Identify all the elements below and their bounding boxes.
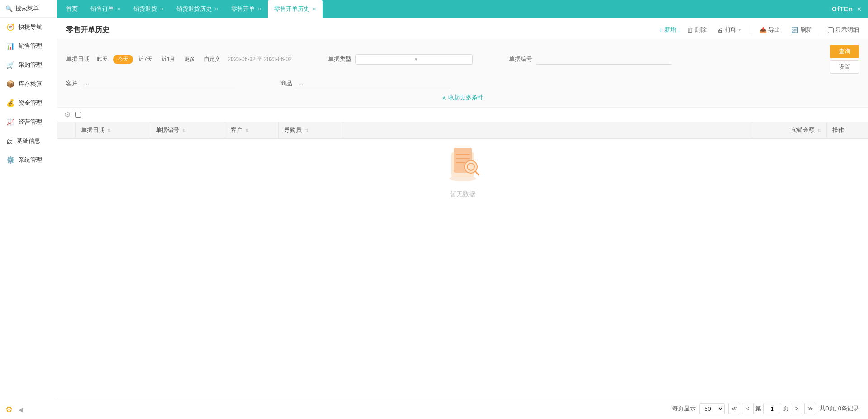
- sidebar-label-basic-info: 基础信息: [17, 137, 40, 145]
- export-button[interactable]: 📤 导出: [757, 24, 783, 35]
- sort-date-icon: ⇅: [107, 128, 111, 133]
- customer-input[interactable]: [81, 78, 235, 89]
- close-window-icon[interactable]: ✕: [857, 6, 862, 13]
- nav-tab-sales-return-history[interactable]: 销货退货历史✕: [170, 0, 225, 18]
- sidebar-item-sales-mgmt[interactable]: 📊销售管理: [0, 37, 57, 56]
- th-amount[interactable]: 实销金额 ⇅: [752, 122, 827, 139]
- sidebar-menu: 🧭快捷导航📊销售管理🛒采购管理📦库存核算💰资金管理📈经营管理🗂基础信息⚙️系统管…: [0, 18, 57, 400]
- show-detail-checkbox[interactable]: 显示明细: [828, 26, 859, 34]
- sidebar-item-operations[interactable]: 📈经营管理: [0, 113, 57, 132]
- sidebar-label-purchase-mgmt: 采购管理: [19, 61, 42, 69]
- nav-tab-close-retail-open-history[interactable]: ✕: [312, 6, 316, 12]
- th-guide[interactable]: 导购员 ⇅: [279, 122, 343, 139]
- search-menu-btn[interactable]: 🔍 搜索菜单: [0, 0, 57, 18]
- sidebar-item-quick-nav[interactable]: 🧭快捷导航: [0, 18, 57, 37]
- export-label: 导出: [768, 26, 780, 34]
- filter-type: 单据类型 ▾: [328, 54, 473, 65]
- next-page-btn[interactable]: >: [791, 403, 802, 414]
- table-head: 单据日期 ⇅ 单据编号 ⇅ 客户 ⇅ 导购员 ⇅ 实销金额 ⇅ 操作: [57, 122, 868, 139]
- delete-button[interactable]: 🗑 删除: [684, 24, 709, 35]
- content-area: 零售开单历史 + 新增 🗑 删除 🖨 打印 ▾ 📤 导出: [57, 18, 868, 419]
- sidebar-icon-system: ⚙️: [6, 156, 15, 164]
- nav-tab-retail-open[interactable]: 零售开单✕: [225, 0, 268, 18]
- collapse-btn[interactable]: ∧ 收起更多条件: [66, 94, 859, 102]
- empty-illustration: [440, 139, 485, 184]
- sidebar-icon-operations: 📈: [6, 118, 15, 126]
- show-detail-label: 显示明细: [835, 26, 859, 34]
- number-label: 单据编号: [509, 55, 532, 63]
- sidebar-item-basic-info[interactable]: 🗂基础信息: [0, 132, 57, 151]
- th-number[interactable]: 单据编号 ⇅: [150, 122, 225, 139]
- th-customer[interactable]: 客户 ⇅: [225, 122, 279, 139]
- number-input[interactable]: [536, 54, 672, 65]
- sidebar-item-system[interactable]: ⚙️系统管理: [0, 151, 57, 169]
- type-label: 单据类型: [328, 55, 351, 63]
- goods-label: 商品: [280, 80, 292, 88]
- collapse-sidebar-icon[interactable]: ◀: [18, 406, 23, 413]
- query-settings-area: 查询 设置: [830, 45, 859, 74]
- query-button[interactable]: 查询: [830, 45, 859, 58]
- type-select[interactable]: ▾: [355, 54, 473, 65]
- filter-date: 单据日期 昨天 今天 近7天 近1月 更多 自定义 2023-06-02 至 2…: [66, 55, 292, 64]
- date-quick-btns: 昨天 今天 近7天 近1月 更多 自定义: [93, 55, 224, 64]
- settings-button[interactable]: 设置: [830, 60, 859, 74]
- date-btn-7days[interactable]: 近7天: [135, 55, 156, 64]
- main-area: 首页销售订单✕销货退货✕销货退货历史✕零售开单✕零售开单历史✕ OfTEn ✕ …: [57, 0, 868, 419]
- per-page-select[interactable]: 50 10 20 100: [699, 403, 725, 414]
- nav-tab-close-sales-return[interactable]: ✕: [160, 6, 164, 12]
- toolbar-divider: [750, 25, 750, 34]
- date-btn-yesterday[interactable]: 昨天: [93, 55, 111, 64]
- sort-amount-icon: ⇅: [817, 128, 821, 133]
- filter-row-1: 单据日期 昨天 今天 近7天 近1月 更多 自定义 2023-06-02 至 2…: [66, 45, 859, 74]
- print-button[interactable]: 🖨 打印 ▾: [715, 24, 744, 35]
- sidebar-label-system: 系统管理: [19, 156, 42, 164]
- customer-label: 客户: [66, 80, 78, 88]
- prev-page-btn[interactable]: <: [742, 403, 754, 414]
- first-page-btn[interactable]: ≪: [728, 403, 740, 414]
- brand-label: OfTEn: [832, 5, 853, 13]
- collapse-label: 收起更多条件: [448, 94, 484, 102]
- table-wrapper: 单据日期 ⇅ 单据编号 ⇅ 客户 ⇅ 导购员 ⇅ 实销金额 ⇅ 操作: [57, 122, 868, 398]
- refresh-button[interactable]: 🔄 刷新: [788, 24, 815, 35]
- type-select-arrow: ▾: [415, 56, 469, 62]
- page-number-input[interactable]: [763, 403, 781, 414]
- export-icon: 📤: [759, 27, 767, 33]
- date-btn-1month[interactable]: 近1月: [158, 55, 179, 64]
- settings-icon[interactable]: ⚙: [5, 405, 13, 414]
- date-btn-more[interactable]: 更多: [180, 55, 199, 64]
- nav-tab-retail-open-history[interactable]: 零售开单历史✕: [268, 0, 323, 18]
- last-page-btn[interactable]: ≫: [804, 403, 816, 414]
- delete-icon: 🗑: [687, 27, 693, 33]
- table-area: ⚙ 单据日期 ⇅ 单据编号 ⇅ 客户 ⇅ 导购员 ⇅ 实销金额 ⇅: [57, 108, 868, 398]
- new-button[interactable]: + 新增: [656, 24, 679, 35]
- th-spacer: [343, 122, 752, 139]
- nav-tab-label-retail-open: 零售开单: [231, 5, 255, 13]
- nav-tab-close-sales-return-history[interactable]: ✕: [214, 6, 218, 12]
- th-date[interactable]: 单据日期 ⇅: [75, 122, 150, 139]
- nav-tab-close-retail-open[interactable]: ✕: [257, 6, 261, 12]
- sidebar-icon-inventory: 📦: [6, 80, 15, 88]
- nav-right: OfTEn ✕: [832, 5, 865, 13]
- filter-number: 单据编号: [509, 54, 672, 65]
- nav-tab-close-sales-order[interactable]: ✕: [117, 6, 121, 12]
- show-detail-input[interactable]: [828, 27, 834, 33]
- sidebar-item-purchase-mgmt[interactable]: 🛒采购管理: [0, 56, 57, 75]
- date-btn-custom[interactable]: 自定义: [200, 55, 224, 64]
- nav-tab-home[interactable]: 首页: [60, 0, 84, 18]
- refresh-label: 刷新: [800, 26, 812, 34]
- select-all-checkbox[interactable]: [75, 112, 81, 118]
- table-toolbar: ⚙: [57, 108, 868, 122]
- sidebar-item-finance[interactable]: 💰资金管理: [0, 94, 57, 113]
- delete-label: 删除: [695, 26, 707, 34]
- goods-input[interactable]: [296, 78, 450, 89]
- print-arrow-icon: ▾: [739, 28, 741, 33]
- sidebar-bottom: ⚙ ◀: [0, 400, 57, 419]
- date-btn-today[interactable]: 今天: [113, 55, 133, 64]
- table-settings-icon[interactable]: ⚙: [64, 110, 71, 119]
- sidebar-item-inventory[interactable]: 📦库存核算: [0, 75, 57, 94]
- page-header: 零售开单历史 + 新增 🗑 删除 🖨 打印 ▾ 📤 导出: [57, 18, 868, 39]
- nav-tab-sales-order[interactable]: 销售订单✕: [84, 0, 127, 18]
- nav-tab-sales-return[interactable]: 销货退货✕: [127, 0, 170, 18]
- sidebar-label-inventory: 库存核算: [19, 80, 42, 88]
- nav-tab-label-sales-return: 销货退货: [133, 5, 157, 13]
